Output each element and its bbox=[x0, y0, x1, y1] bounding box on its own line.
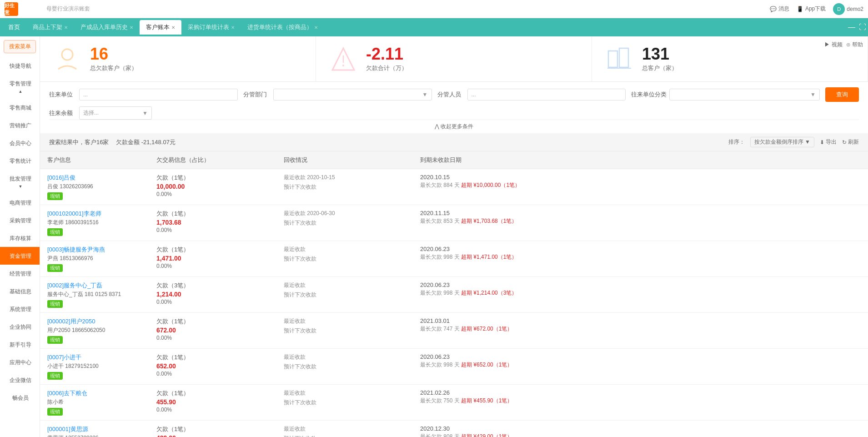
tab-customer-account[interactable]: 客户账本 ✕ bbox=[140, 20, 181, 35]
collect-info-cell: 最近收款 预计下次收款 bbox=[276, 313, 413, 349]
main-area: 搜索菜单 快捷导航 零售管理 ▲ 零售商城 营销推广 会员中心 零售统计 批 bbox=[0, 36, 868, 437]
sidebar-item-basic-info[interactable]: 基础信息 bbox=[0, 282, 40, 300]
refresh-btn[interactable]: ↻ 刷新 bbox=[842, 138, 859, 146]
manager-input[interactable]: ... bbox=[467, 89, 626, 100]
debt-amount[interactable]: 429.00 bbox=[156, 434, 269, 437]
collapse-row[interactable]: ⋀ 收起更多条件 bbox=[49, 120, 859, 133]
industry-label: 母婴行业演示账套 bbox=[46, 5, 90, 13]
collect-info-cell: 最近收款 预计下次收款 bbox=[276, 241, 413, 277]
customer-name-link[interactable]: [0007]小进干 bbox=[47, 353, 142, 362]
tab-purchase-order-close[interactable]: ✕ bbox=[231, 25, 235, 30]
tab-production-history[interactable]: 产成品入库单历史 ✕ bbox=[74, 20, 140, 35]
unit-category-select[interactable]: ▼ bbox=[669, 89, 820, 100]
video-btn[interactable]: ▶ 视频 bbox=[824, 41, 842, 49]
maximize-icon[interactable]: ⛶ bbox=[859, 23, 866, 31]
table-row: [0002]服务中心_丁磊 服务中心_丁磊 181 0125 8371 现销 欠… bbox=[40, 277, 868, 313]
overdue-link[interactable]: 超期 ¥429.00（1笔） bbox=[461, 433, 512, 437]
table-row: [000001]黄思源 黄思源 13552700226 现销 欠款（1笔） 42… bbox=[40, 421, 868, 437]
sidebar-item-enterprise-wechat[interactable]: 企业微信 bbox=[0, 371, 40, 389]
next-collect: 预计下次收款 bbox=[284, 363, 406, 371]
sidebar-item-retail-mgmt[interactable]: 零售管理 ▲ bbox=[0, 75, 40, 99]
debt-amount[interactable]: 1,214.00 bbox=[156, 291, 269, 298]
sidebar-item-finance[interactable]: 资金管理 bbox=[0, 247, 40, 265]
export-btn[interactable]: ⬇ 导出 bbox=[820, 138, 837, 146]
overdue-link[interactable]: 超期 ¥1,703.68（1笔） bbox=[461, 218, 517, 224]
customer-name-link[interactable]: [0016]吕俊 bbox=[47, 174, 142, 182]
debt-amount[interactable]: 652.00 bbox=[156, 362, 269, 370]
debt-amount[interactable]: 455.90 bbox=[156, 398, 269, 406]
overdue-link[interactable]: 超期 ¥1,471.00（1笔） bbox=[461, 254, 517, 260]
refresh-label: 刷新 bbox=[848, 138, 859, 146]
customer-name-link[interactable]: [0006]去下粮仓 bbox=[47, 389, 142, 397]
tab-home[interactable]: 首页 bbox=[2, 20, 26, 35]
table-header: 客户信息 欠交易信息（占比） 回收情况 到期未收款日期 bbox=[40, 151, 868, 169]
tab-product-manage[interactable]: 商品上下架 ✕ bbox=[26, 20, 74, 35]
sidebar-item-system-mgmt[interactable]: 系统管理 bbox=[0, 300, 40, 318]
customer-table: 客户信息 欠交易信息（占比） 回收情况 到期未收款日期 [0016]吕俊 吕俊 … bbox=[40, 151, 868, 437]
sidebar-item-retail-mall[interactable]: 零售商城 bbox=[0, 99, 40, 116]
sidebar-item-marketing[interactable]: 营销推广 bbox=[0, 116, 40, 134]
customer-name-link[interactable]: [000002]用户2050 bbox=[47, 317, 142, 326]
debt-info-cell: 欠款（1笔） 455.90 0.00% bbox=[149, 385, 276, 421]
overdue-link[interactable]: 超期 ¥1,214.00（3笔） bbox=[461, 290, 517, 296]
sidebar-item-new-guide[interactable]: 新手引导 bbox=[0, 336, 40, 353]
overdue-link[interactable]: 超期 ¥455.90（1笔） bbox=[461, 397, 512, 404]
balance-arrow-icon: ▼ bbox=[142, 110, 148, 116]
debt-percent: 0.00% bbox=[156, 335, 269, 341]
sidebar-item-purchase-mgmt[interactable]: 采购管理 bbox=[0, 211, 40, 229]
debt-amount[interactable]: 10,000.00 bbox=[156, 183, 269, 190]
sidebar-item-enterprise-collab[interactable]: 企业协同 bbox=[0, 318, 40, 336]
sidebar-item-quick-nav[interactable]: 快捷导航 bbox=[0, 57, 40, 75]
tab-production-history-close[interactable]: ✕ bbox=[130, 25, 133, 30]
tab-customer-account-close[interactable]: ✕ bbox=[171, 25, 175, 30]
customer-name-link[interactable]: [0002]服务中心_丁磊 bbox=[47, 281, 142, 290]
customer-name-link[interactable]: [0003]畅捷服务尹海燕 bbox=[47, 246, 142, 254]
customer-info-cell: [0006]去下粮仓 陈小希 现销 bbox=[40, 385, 149, 421]
search-button[interactable]: 查询 bbox=[825, 87, 859, 102]
table-body: [0016]吕俊 吕俊 13026203696 现销 欠款（1笔） 10,000… bbox=[40, 169, 868, 437]
balance-placeholder: 选择... bbox=[83, 109, 99, 117]
collect-info-cell: 最近收款 预计下次收款 bbox=[276, 385, 413, 421]
sidebar-item-member-plus[interactable]: 畅会员 bbox=[0, 389, 40, 407]
debt-amount[interactable]: 672.00 bbox=[156, 326, 269, 334]
sidebar-item-batch-mgmt[interactable]: 批发管理 ▼ bbox=[0, 170, 40, 194]
sidebar-item-app-center[interactable]: 应用中心 bbox=[0, 353, 40, 371]
tab-purchase-order[interactable]: 采购订单统计表 ✕ bbox=[181, 20, 241, 35]
help-btn[interactable]: ⊙ 帮助 bbox=[846, 41, 863, 49]
balance-select[interactable]: 选择... ▼ bbox=[79, 106, 152, 120]
tab-incoming-stats[interactable]: 进货单统计表（按商品） ✕ bbox=[241, 20, 324, 35]
app-download-btn[interactable]: 📱 App下载 bbox=[797, 5, 826, 13]
sidebar-item-business-mgmt[interactable]: 经营管理 bbox=[0, 265, 40, 282]
user-menu[interactable]: D demo2 bbox=[833, 3, 863, 15]
customer-name-link[interactable]: [0001020001]李老师 bbox=[47, 210, 142, 218]
collect-info-cell: 最近收款 预计下次收款 bbox=[276, 421, 413, 437]
minimize-icon[interactable]: — bbox=[848, 23, 855, 31]
sidebar: 搜索菜单 快捷导航 零售管理 ▲ 零售商城 营销推广 会员中心 零售统计 批 bbox=[0, 36, 40, 437]
source-unit-input[interactable]: ... bbox=[79, 89, 238, 100]
app-wrapper: 好生意 母婴行业演示账套 💬 消息 📱 App下载 D demo2 首页 bbox=[0, 0, 868, 437]
debt-info-cell: 欠款（3笔） 1,214.00 0.00% bbox=[149, 277, 276, 313]
overdue-link[interactable]: 超期 ¥10,000.00（1笔） bbox=[461, 182, 520, 188]
customer-contact: 小进干 18279152100 bbox=[47, 362, 142, 370]
sort-arrow-icon: ▼ bbox=[805, 139, 810, 145]
sidebar-item-inventory[interactable]: 库存核算 bbox=[0, 229, 40, 247]
tab-product-manage-close[interactable]: ✕ bbox=[64, 25, 68, 30]
expire-info-cell: 2020.06.23 最长欠款 998 天 超期 ¥652.00（1笔） bbox=[413, 349, 868, 385]
svg-point-0 bbox=[62, 49, 73, 60]
search-menu-btn[interactable]: 搜索菜单 bbox=[4, 40, 36, 53]
sidebar-item-retail-stats[interactable]: 零售统计 bbox=[0, 152, 40, 170]
debt-amount[interactable]: 1,703.68 bbox=[156, 219, 269, 226]
overdue-link[interactable]: 超期 ¥672.00（1笔） bbox=[461, 326, 512, 332]
debt-amount[interactable]: 1,471.00 bbox=[156, 255, 269, 262]
sidebar-item-ecommerce[interactable]: 电商管理 bbox=[0, 194, 40, 211]
content-area: 16 总欠款客户（家） -2.11 欠款合计（万） bbox=[40, 36, 868, 437]
dept-arrow-icon: ▼ bbox=[422, 91, 428, 98]
customer-name-link[interactable]: [000001]黄思源 bbox=[47, 425, 142, 433]
tab-incoming-stats-close[interactable]: ✕ bbox=[314, 25, 318, 30]
sidebar-item-member-center[interactable]: 会员中心 bbox=[0, 134, 40, 152]
logo-icon: 好生意 bbox=[5, 2, 18, 16]
overdue-link[interactable]: 超期 ¥652.00（1笔） bbox=[461, 362, 512, 368]
sort-select[interactable]: 按欠款金额倒序排序 ▼ bbox=[750, 137, 814, 147]
message-btn[interactable]: 💬 消息 bbox=[770, 5, 789, 13]
dept-select[interactable]: ▼ bbox=[273, 89, 432, 100]
